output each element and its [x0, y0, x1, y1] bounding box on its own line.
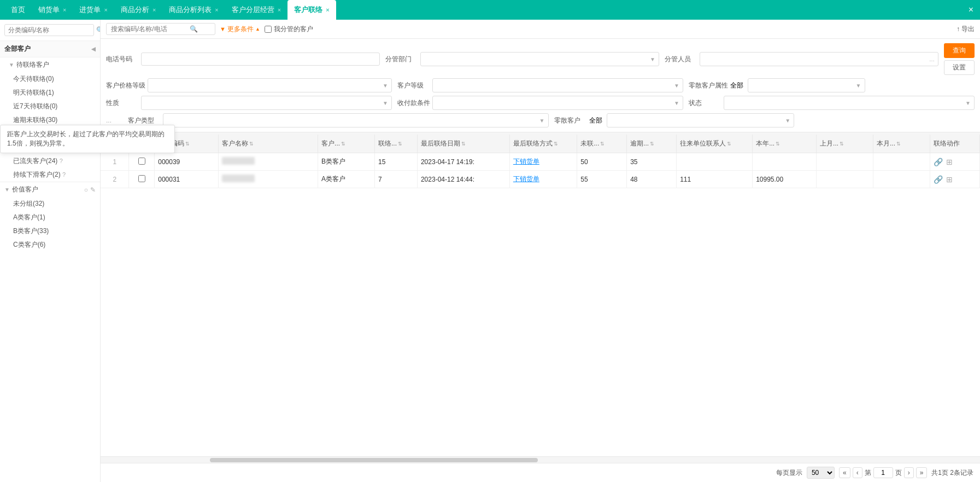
dept-select[interactable]: ▼: [420, 52, 659, 66]
customer-level-select[interactable]: ▼: [432, 78, 683, 92]
contact-person-sort-icon[interactable]: ⇅: [727, 141, 731, 147]
code-sort-icon[interactable]: ⇅: [185, 141, 190, 147]
thismonth-sort-icon[interactable]: ⇅: [896, 141, 901, 147]
lastway-sort-icon[interactable]: ⇅: [554, 141, 558, 147]
filter-dept: 分管部门 ▼: [385, 52, 659, 66]
nav-customer-contact-close[interactable]: ×: [326, 7, 329, 13]
nav-sales-close[interactable]: ×: [63, 7, 66, 13]
horizontal-scrollbar[interactable]: [101, 456, 980, 463]
filter-icon: ▼: [220, 26, 226, 32]
sidebar-item-7days[interactable]: 近7天待联络(0): [0, 100, 100, 113]
query-button[interactable]: 查询: [944, 43, 975, 58]
payment-select[interactable]: ▼: [432, 96, 683, 110]
value-group-edit-icon[interactable]: ○: [84, 186, 88, 194]
scroll-thumb[interactable]: [210, 458, 538, 462]
sidebar-group-pending[interactable]: ▼ 待联络客户: [0, 57, 100, 72]
setting-button[interactable]: 设置: [944, 60, 975, 75]
price-level-select[interactable]: ▼: [148, 78, 392, 92]
row2-code: 000031: [155, 171, 219, 188]
sidebar-item-class-c[interactable]: C类客户(6): [0, 238, 100, 252]
sidebar-item-unclassified[interactable]: 未分组(32): [0, 197, 100, 211]
global-close-button[interactable]: ×: [969, 5, 973, 15]
manager-select-arrow: …: [929, 56, 935, 62]
sidebar-item-lost[interactable]: 已流失客户(24) ?: [0, 154, 100, 168]
filter-status: 状态 ▼: [689, 96, 975, 110]
customer-type-select[interactable]: ▼: [163, 113, 549, 127]
nav-product-analysis-close[interactable]: ×: [152, 7, 156, 13]
sidebar-search-input[interactable]: [4, 24, 94, 36]
lastdate-sort-icon[interactable]: ⇅: [461, 141, 466, 147]
first-page-btn[interactable]: «: [839, 467, 850, 478]
manager-label: 分管人员: [665, 55, 697, 64]
all-customers-header[interactable]: 全部客户 ◀: [0, 41, 100, 57]
th-thisyear: 本年... ⇅: [753, 135, 817, 153]
nav-product-list-close[interactable]: ×: [215, 7, 218, 13]
nav-purchase[interactable]: 进货单 ×: [73, 0, 114, 20]
retail-attr-select[interactable]: ▼: [748, 78, 865, 92]
status-arrow: ▼: [965, 100, 971, 106]
search-bar-icon[interactable]: 🔍: [190, 25, 198, 33]
retail-customer-select[interactable]: ▼: [607, 113, 795, 127]
manager-select[interactable]: …: [700, 52, 938, 66]
row1-link-icon[interactable]: 🔗: [934, 158, 943, 166]
lastmonth-sort-icon[interactable]: ⇅: [840, 141, 844, 147]
sidebar-collapse-icon[interactable]: ◀: [91, 46, 96, 52]
filter-gender: 性质 ▼: [106, 96, 392, 110]
customer-table: ⚙ 客户编码 ⇅: [101, 135, 980, 188]
row2-lastdate: 2023-04-12 14:44:: [417, 171, 509, 188]
type-sort-icon[interactable]: ⇅: [341, 141, 345, 147]
th-thismonth: 本月... ⇅: [873, 135, 930, 153]
overdue-sort-icon[interactable]: ⇅: [650, 141, 654, 147]
row1-lastway-link[interactable]: 下销货单: [513, 158, 539, 165]
sidebar-item-class-a[interactable]: A类客户(1): [0, 211, 100, 224]
row1-checkbox[interactable]: [138, 158, 145, 165]
page-size-select[interactable]: 50 20 100: [807, 467, 835, 479]
thisyear-sort-icon[interactable]: ⇅: [776, 141, 780, 147]
nav-product-analysis[interactable]: 商品分析 ×: [114, 0, 162, 20]
nav-customer-contact[interactable]: 客户联络 ×: [287, 0, 336, 20]
sidebar-search-icon[interactable]: 🔍: [96, 26, 101, 34]
th-contact-person: 往来单位联系人 ⇅: [677, 135, 753, 153]
sidebar-group-value[interactable]: ▼ 价值客户 ○ ✎: [0, 182, 100, 197]
row2-checkbox[interactable]: [138, 175, 145, 182]
row2-link-icon[interactable]: 🔗: [934, 175, 943, 184]
nav-product-list[interactable]: 商品分析列表 ×: [162, 0, 225, 20]
next-page-btn[interactable]: ›: [904, 467, 914, 478]
contacts-sort-icon[interactable]: ⇅: [398, 141, 402, 147]
my-customers-checkbox-wrap[interactable]: 我分管的客户: [265, 25, 313, 34]
my-customers-checkbox[interactable]: [265, 26, 272, 33]
sidebar-item-today[interactable]: 今天待联络(0): [0, 72, 100, 86]
nav-home[interactable]: 首页: [4, 0, 32, 20]
nav-customer-tiers[interactable]: 客户分层经营 ×: [225, 0, 287, 20]
row1-check[interactable]: [129, 153, 155, 171]
search-input[interactable]: [111, 25, 187, 33]
nav-sales[interactable]: 销货单 ×: [32, 0, 73, 20]
search-input-wrap: 🔍: [106, 23, 215, 35]
sidebar-item-class-b[interactable]: B类客户(33): [0, 224, 100, 238]
row2-lastway-link[interactable]: 下销货单: [513, 175, 539, 183]
sidebar: 🔍 全部客户 ◀ ▼ 待联络客户 今天待联络(0) 明天待联络(1) 近7天待联…: [0, 20, 101, 482]
sidebar-item-tomorrow[interactable]: 明天待联络(1): [0, 86, 100, 100]
page-number-input[interactable]: [873, 467, 893, 478]
status-select[interactable]: ▼: [724, 96, 975, 110]
name-sort-icon[interactable]: ⇅: [249, 141, 254, 147]
gender-select[interactable]: ▼: [141, 96, 392, 110]
nav-purchase-close[interactable]: ×: [104, 7, 107, 13]
filter-actions: 查询 设置: [944, 43, 975, 75]
nav-customer-tiers-close[interactable]: ×: [278, 7, 281, 13]
filter-retail-customer: 零散客户 全部 ▼: [554, 113, 975, 127]
phone-input[interactable]: [141, 53, 380, 66]
filter-payment: 收付款条件 ▼: [397, 96, 683, 110]
row2-check[interactable]: [129, 171, 155, 188]
sidebar-item-declining[interactable]: 持续下滑客户(2) ?: [0, 168, 100, 182]
export-button[interactable]: ↑ 导出: [956, 25, 975, 34]
more-conditions-btn[interactable]: ▼ 更多条件 ▲: [220, 25, 260, 34]
value-group-settings-icon[interactable]: ✎: [90, 186, 96, 194]
pending-sort-icon[interactable]: ⇅: [600, 141, 605, 147]
row2-name-blurred: [222, 175, 255, 182]
prev-page-btn[interactable]: ‹: [853, 467, 862, 478]
row1-overdue: 35: [627, 153, 677, 171]
last-page-btn[interactable]: »: [916, 467, 928, 478]
row1-qr-icon[interactable]: ⊞: [946, 158, 953, 166]
row2-qr-icon[interactable]: ⊞: [946, 175, 953, 184]
